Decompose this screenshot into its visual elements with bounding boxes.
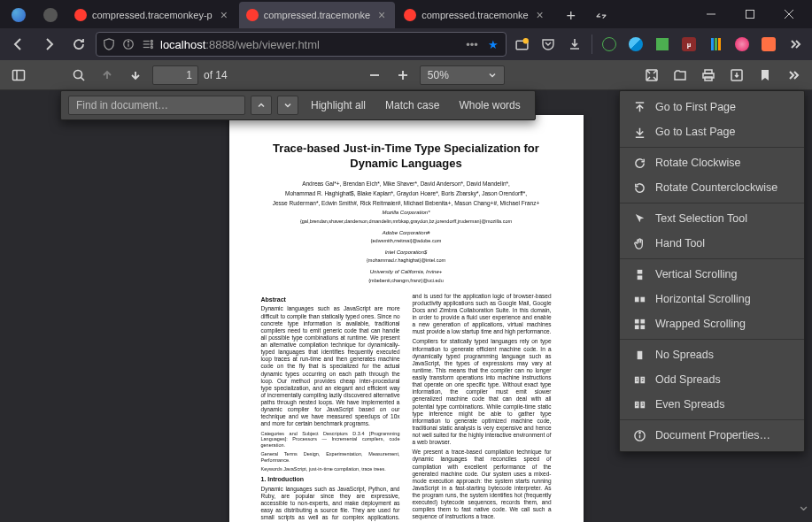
menu-last-page[interactable]: Go to Last Page — [620, 119, 804, 144]
rotate-cw-icon — [632, 156, 646, 170]
menu-vertical-scroll[interactable]: Vertical Scrolling — [620, 262, 804, 287]
download-button[interactable] — [725, 64, 748, 87]
menu-odd-spreads[interactable]: 12Odd Spreads — [620, 367, 804, 392]
tab-1[interactable]: compressed.tracemonkey-p × — [67, 2, 237, 28]
menu-first-page[interactable]: Go to First Page — [620, 95, 804, 119]
first-page-icon — [632, 100, 646, 114]
zoom-out-button[interactable] — [363, 64, 386, 87]
forward-button[interactable] — [35, 31, 62, 58]
browser-navbar: localhost:8888/web/viewer.html ••• ★ µ — [0, 28, 812, 60]
find-prev-button[interactable] — [251, 96, 272, 115]
pdf-page: Trace-based Just-in-Time Type Specializa… — [229, 115, 584, 522]
pdf-toolbar: of 14 50% — [0, 60, 812, 90]
expand-tabs-button[interactable] — [589, 4, 614, 28]
container-icon[interactable] — [510, 33, 533, 56]
menu-document-properties[interactable]: Document Properties… — [620, 423, 804, 448]
page-count-label: of 14 — [204, 69, 228, 81]
presentation-button[interactable] — [640, 64, 663, 87]
close-tab-icon[interactable]: × — [375, 9, 388, 21]
svg-rect-15 — [13, 70, 25, 80]
svg-rect-30 — [640, 296, 645, 302]
svg-rect-28 — [637, 275, 642, 280]
svg-rect-35 — [637, 350, 642, 358]
ext-icon-6[interactable] — [757, 33, 780, 56]
svg-text:1: 1 — [635, 378, 638, 382]
print-button[interactable] — [697, 64, 720, 87]
downloads-icon[interactable] — [563, 33, 586, 56]
menu-no-spreads[interactable]: No Spreads — [620, 342, 804, 367]
open-file-button[interactable] — [669, 64, 692, 87]
svg-rect-33 — [634, 325, 638, 329]
svg-point-17 — [74, 70, 82, 78]
next-page-button[interactable] — [124, 64, 147, 87]
back-button[interactable] — [5, 31, 32, 58]
match-case-toggle[interactable]: Match case — [378, 97, 446, 113]
pinned-tab-2[interactable] — [35, 2, 66, 28]
svg-rect-29 — [634, 296, 638, 302]
page-number-input[interactable] — [152, 65, 198, 85]
maximize-button[interactable] — [731, 1, 769, 27]
find-next-button[interactable] — [277, 96, 298, 115]
pinned-tab-1[interactable] — [4, 2, 34, 28]
url-host: localhost — [160, 38, 205, 51]
paper-title: Trace-based Just-in-Time Type Specializa… — [261, 142, 552, 172]
menu-hand-tool[interactable]: Hand Tool — [620, 231, 804, 256]
bookmark-button[interactable] — [754, 64, 777, 87]
menu-horizontal-scroll[interactable]: Horizontal Scrolling — [620, 287, 804, 311]
menu-wrapped-scroll[interactable]: Wrapped Scrolling — [620, 311, 804, 336]
zoom-select[interactable]: 50% — [420, 65, 505, 85]
ublock-icon[interactable]: µ — [677, 33, 700, 56]
ext-icon-2[interactable] — [624, 33, 647, 56]
svg-point-14 — [522, 38, 528, 43]
properties-icon — [632, 428, 646, 442]
menu-rotate-ccw[interactable]: Rotate Counterclockwise — [620, 175, 804, 200]
sidebar-toggle-button[interactable] — [7, 64, 30, 87]
reload-button[interactable] — [66, 31, 92, 58]
whole-words-toggle[interactable]: Whole words — [452, 97, 527, 113]
tab-strip: compressed.tracemonkey-p × compressed.tr… — [4, 0, 692, 28]
svg-line-18 — [81, 77, 85, 81]
info-icon — [121, 37, 135, 51]
close-window-button[interactable] — [769, 1, 808, 27]
new-tab-button[interactable]: + — [559, 4, 584, 28]
hscroll-icon — [632, 292, 646, 306]
shield-icon — [102, 37, 116, 51]
url-path: :8888/web/viewer.html — [205, 38, 320, 51]
menu-even-spreads[interactable]: 23Even Spreads — [620, 392, 804, 417]
minimize-button[interactable] — [692, 1, 731, 27]
tools-button[interactable] — [782, 64, 805, 87]
url-bar[interactable]: localhost:8888/web/viewer.html ••• ★ — [96, 32, 507, 57]
close-tab-icon[interactable]: × — [218, 9, 230, 21]
menu-text-selection[interactable]: Text Selection Tool — [620, 206, 804, 231]
ext-icon-4[interactable] — [704, 33, 727, 56]
ext-icon-1[interactable] — [598, 33, 621, 56]
pocket-icon[interactable] — [537, 33, 560, 56]
tab-3[interactable]: compressed.tracemonke × — [397, 2, 553, 28]
nospread-icon — [632, 348, 646, 362]
bookmark-star-icon[interactable]: ★ — [486, 37, 500, 51]
toolbar-icons: µ — [510, 33, 807, 56]
svg-rect-34 — [640, 325, 645, 329]
zoom-in-button[interactable] — [391, 64, 414, 87]
svg-text:2: 2 — [635, 403, 638, 407]
tab-2-active[interactable]: compressed.tracemonke × — [239, 2, 395, 28]
prev-page-button[interactable] — [96, 64, 119, 87]
overflow-icon[interactable] — [784, 33, 807, 56]
favicon — [43, 8, 58, 22]
ext-icon-3[interactable] — [651, 33, 674, 56]
svg-rect-32 — [640, 319, 645, 323]
find-bar: Highlight all Match case Whole words — [60, 90, 536, 120]
find-input[interactable] — [68, 96, 245, 115]
highlight-all-toggle[interactable]: Highlight all — [304, 97, 373, 113]
menu-rotate-cw[interactable]: Rotate Clockwise — [620, 150, 804, 175]
find-button[interactable] — [67, 64, 90, 87]
zoom-value: 50% — [428, 69, 449, 81]
close-tab-icon[interactable]: × — [534, 9, 546, 21]
scroll-down-indicator[interactable]: ⌄ — [797, 495, 810, 515]
pdf-favicon — [404, 9, 416, 21]
svg-text:3: 3 — [641, 403, 644, 407]
permissions-icon — [141, 37, 155, 51]
ellipsis-icon[interactable]: ••• — [465, 37, 479, 51]
cursor-icon — [632, 211, 646, 226]
ext-icon-5[interactable] — [731, 33, 754, 56]
